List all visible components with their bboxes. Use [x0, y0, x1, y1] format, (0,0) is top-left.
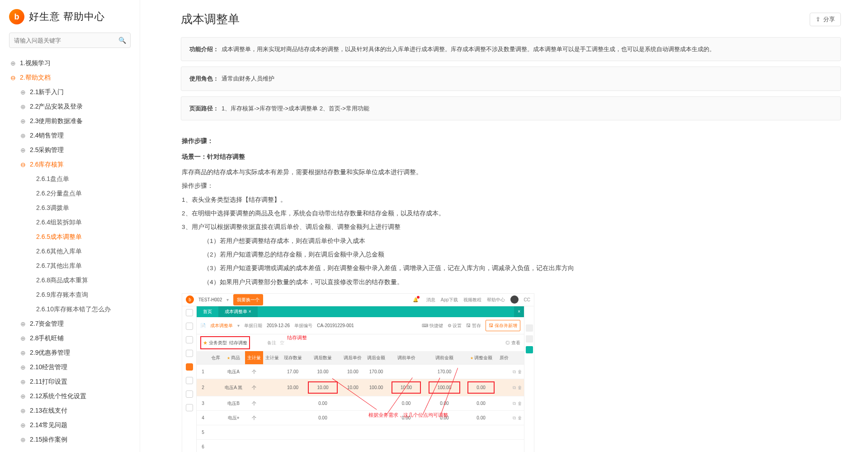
nav-label: 2.10经营管理 [30, 363, 67, 371]
right-icon [526, 324, 533, 332]
col-header: 调后金额 [364, 351, 388, 365]
side-icon [186, 336, 193, 343]
nav-sub-item[interactable]: ⊕2.9优惠券管理 [9, 346, 131, 360]
nav-label: 2.15操作案例 [30, 436, 67, 444]
nav-sub-item[interactable]: ⊕2.7资金管理 [9, 317, 131, 331]
search-icon[interactable]: 🔍 [118, 37, 126, 44]
nav-leaf-item[interactable]: 2.6.10库存账本错了怎么办 [9, 302, 131, 317]
nav-sub-item[interactable]: ⊕2.11打印设置 [9, 375, 131, 389]
shot-op-setting: ⚙ 设置 [448, 321, 462, 330]
cell: 10.00 [281, 379, 305, 396]
brand-title: 好生意 帮助中心 [29, 10, 105, 24]
nav-sub-item[interactable]: ⊕2.1新手入门 [9, 85, 131, 100]
cell [245, 439, 263, 452]
col-header: 调前金额 [425, 351, 464, 365]
cell [364, 439, 388, 452]
nav-leaf-item[interactable]: 2.6.6其他入库单 [9, 244, 131, 259]
side-icon [186, 350, 193, 357]
nav-leaf-item[interactable]: 2.6.1盘点单 [9, 172, 131, 186]
share-icon: ⇪ [816, 16, 821, 23]
nav-label: 2.1新手入门 [30, 88, 64, 96]
nav-sub-item[interactable]: ⊖2.6库存核算 [9, 157, 131, 172]
delete-icon: 🗑 [518, 367, 522, 376]
nav-item[interactable]: ⊖2.帮助文档 [9, 71, 131, 85]
nav-sub-item[interactable]: ⊕2.4销售管理 [9, 128, 131, 143]
nav-leaf-item[interactable]: 2.6.4组装拆卸单 [9, 215, 131, 230]
nav-sub-item[interactable]: ⊕2.3使用前数据准备 [9, 114, 131, 128]
cell [263, 439, 281, 452]
plus-icon: ⊕ [19, 320, 27, 328]
plus-icon: ⊕ [9, 60, 17, 67]
navigation-tree: ⊕1.视频学习⊖2.帮助文档⊕2.1新手入门⊕2.2产品安装及登录⊕2.3使用前… [9, 56, 131, 447]
nav-item[interactable]: ⊕1.视频学习 [9, 56, 131, 71]
table-row: 2电压A 黑个10.0010.0010.00100.0010.00100.000… [197, 379, 524, 396]
nav-label: 2.5采购管理 [30, 146, 64, 154]
shot-tab-home: 首页 [197, 306, 218, 317]
plus-icon: ⊕ [19, 393, 27, 400]
delete-icon: 🗑 [518, 399, 522, 408]
copy-icon: ⧉ [513, 367, 516, 376]
nav-sub-item[interactable]: ⊕2.10经营管理 [9, 360, 131, 375]
share-button[interactable]: ⇪ 分享 [810, 13, 841, 26]
cell: 170.00 [425, 364, 464, 379]
col-header: 主计量 [263, 351, 281, 365]
cell: 100.00 [364, 379, 388, 396]
shot-link-video: 视频教程 [463, 295, 481, 305]
brand: b 好生意 帮助中心 [9, 9, 131, 24]
col-header [511, 351, 524, 365]
nav-sub-item[interactable]: ⊕2.2产品安装及登录 [9, 100, 131, 114]
cell [263, 425, 281, 439]
chevron-down-icon: ▾ [226, 295, 229, 305]
cell [498, 396, 510, 410]
intro-box: 功能介绍：成本调整单，用来实现对商品结存成本的调整，以及针对具体的出入库单进行成… [181, 37, 841, 61]
remark-label: 备注 [267, 338, 276, 347]
cell [425, 439, 464, 452]
nav-label: 2.6库存核算 [30, 161, 64, 169]
nav-sub-item[interactable]: ⊕2.14常见问题 [9, 418, 131, 433]
plus-icon: ⊕ [19, 349, 27, 357]
cell [425, 425, 464, 439]
cell [388, 364, 425, 379]
nav-label: 2.3使用前数据准备 [30, 117, 83, 125]
cell: 0.00 [464, 379, 498, 396]
annotation-2: 根据业务需求，这几个位点均可调整 [368, 410, 448, 420]
page-title: 成本调整单 [181, 11, 240, 27]
shot-table: 仓库商品主计量主计量现存数量调后数量调后单价调后金额调前单价调前金额调整金额原价… [197, 351, 524, 452]
path-text: 1、库存核算->库存管理->成本调整单 2、首页->常用功能 [222, 105, 369, 112]
nav-leaf-item[interactable]: 2.6.3调拨单 [9, 201, 131, 215]
avatar-icon [510, 295, 519, 304]
cell [388, 439, 425, 452]
cell [222, 425, 245, 439]
cell: 10.00 [388, 379, 425, 396]
cell: 10.00 [304, 364, 341, 379]
nav-leaf-item[interactable]: 2.6.9库存账本查询 [9, 288, 131, 302]
nav-label: 2.13在线支付 [30, 407, 67, 415]
nav-sub-item[interactable]: ⊕2.15操作案例 [9, 433, 131, 447]
cell [281, 410, 305, 425]
article-body: 操作步骤： 场景一：针对结存调整 库存商品的结存成本与实际成本有差异，需要根据结… [181, 126, 841, 452]
side-icon [186, 323, 193, 330]
shot-user: CC [524, 295, 530, 305]
chevron-down-icon: ▾ [237, 321, 240, 330]
step-2: 2、在明细中选择要调整的商品及仓库，系统会自动带出结存数量和结存金额，以及结存成… [182, 207, 840, 220]
nav-leaf-item[interactable]: 2.6.5成本调整单 [9, 230, 131, 244]
cell [364, 425, 388, 439]
step-3: 3、用户可以根据调整依据直接在调后单价、调后金额、调整金额列上进行调整 [182, 221, 840, 233]
nav-sub-item[interactable]: ⊕2.5采购管理 [9, 143, 131, 157]
nav-leaf-item[interactable]: 2.6.7其他出库单 [9, 259, 131, 273]
search-input[interactable] [9, 33, 131, 48]
bell-icon: 🔔 [413, 295, 421, 305]
shot-logo-icon: b [186, 295, 194, 304]
nav-sub-item[interactable]: ⊕2.8手机旺铺 [9, 331, 131, 346]
nav-leaf-item[interactable]: 2.6.2分量盘点单 [9, 186, 131, 201]
copy-icon: ⧉ [513, 413, 516, 423]
main-content: 成本调整单 ⇪ 分享 功能介绍：成本调整单，用来实现对商品结存成本的调整，以及针… [140, 0, 868, 452]
plus-icon: ⊕ [19, 147, 27, 154]
nav-sub-item[interactable]: ⊕2.13在线支付 [9, 404, 131, 418]
cell [498, 425, 510, 439]
cell: 3 [197, 396, 209, 410]
plus-icon: ⊕ [19, 407, 27, 414]
substep-2: （2）若用户知道调整总的结存金额，则在调后金额中录入总金额 [182, 248, 840, 261]
nav-leaf-item[interactable]: 2.6.8商品成本重算 [9, 273, 131, 288]
nav-sub-item[interactable]: ⊕2.12系统个性化设置 [9, 389, 131, 404]
